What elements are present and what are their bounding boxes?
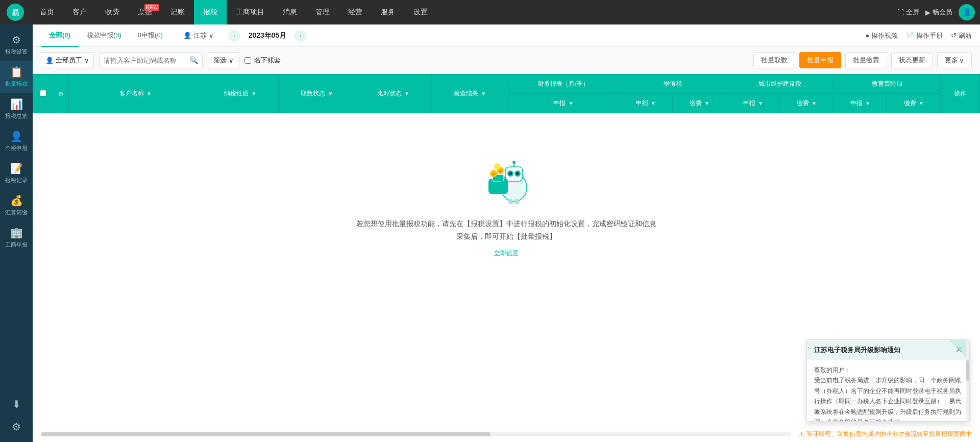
nav-item-11[interactable]: 设置	[404, 0, 437, 24]
nav-item-4[interactable]: 记账	[161, 0, 194, 24]
header-operation: 操作	[941, 75, 980, 113]
staff-selector[interactable]: 👤 全部员工 ∨	[41, 52, 94, 68]
batch-declare-button[interactable]: 批量申报	[799, 52, 841, 68]
empty-message: 若您想使用批量报税功能，请先在【报税设置】中进行报税的初始化设置，完成密码验证和…	[353, 217, 659, 243]
fullscreen-icon: ⛶	[897, 9, 904, 16]
toolbar-right-actions: 批量取数 批量申报 批量缴费 状态更新 更多 ∨	[753, 52, 972, 68]
batch-fetch-button[interactable]: 批量取数	[753, 52, 795, 68]
sidebar-item-2[interactable]: 📊 报税总览	[0, 93, 33, 125]
sidebar-bottom-icon-1[interactable]: ⚙	[10, 415, 23, 438]
refresh-icon: ↺	[951, 32, 957, 39]
scrollbar-thumb	[41, 432, 491, 436]
nav-item-10[interactable]: 服务	[372, 0, 404, 24]
avatar[interactable]: 👤	[959, 4, 975, 20]
bottom-warning: ⚠ 验证账密、采集信息均成功的企业才会流转至批量报税页面中	[799, 430, 972, 438]
sidebar-icon-1: 📋	[10, 66, 23, 78]
sidebar-item-0[interactable]: ⚙ 报税设置	[0, 29, 33, 61]
tax-data-table: ⚙ 客户名称 ▼ 纳税性质 ▼ 取数状态 ▼ 比对状态 ▼	[33, 74, 980, 278]
search-input[interactable]	[104, 57, 189, 64]
tab-all[interactable]: 全部(0)	[41, 24, 79, 47]
sidebar-item-4[interactable]: 📝 报税记录	[0, 157, 33, 189]
sidebar-item-6[interactable]: 🏢 工商年报	[0, 222, 33, 254]
sidebar-label-5: 汇算清缴	[5, 209, 28, 216]
nav-item-1[interactable]: 客户	[63, 0, 96, 24]
header-check-result: 检查结果 ▼	[432, 75, 508, 113]
warning-icon: ⚠	[799, 431, 804, 438]
date-next-button[interactable]: ›	[295, 30, 307, 42]
setup-link[interactable]: 立即设置	[494, 249, 519, 258]
batch-pay-button[interactable]: 批量缴费	[845, 52, 887, 68]
notification-panel: 江苏电子税务局升级影响通知 ✕ 尊敬的用户： 受当前电子税务局进一步升级的影响，…	[806, 339, 970, 422]
sidebar-icon-0: ⚙	[12, 34, 21, 46]
nav-item-6[interactable]: 工商项目	[227, 0, 274, 24]
operation-video-button[interactable]: ● 操作视频	[865, 31, 898, 40]
nav-item-2[interactable]: 收费	[96, 0, 129, 24]
region-selector[interactable]: 👤 江苏 ∨	[179, 31, 218, 40]
top-nav-right: ⛶ 全屏 ▶ 畅会员 👤	[897, 4, 975, 20]
manual-icon: 📄	[906, 32, 914, 39]
nav-item-7[interactable]: 消息	[274, 0, 306, 24]
header-checkbox	[33, 75, 54, 113]
sidebar-icon-4: 📝	[10, 162, 23, 175]
refresh-button[interactable]: ↺ 刷新	[951, 31, 972, 40]
robot-illustration: ¥ ¥	[476, 144, 537, 205]
header-tax-nature: 纳税性质 ▼	[202, 75, 279, 113]
nav-item-3[interactable]: 票据NEW	[129, 0, 161, 24]
search-box: 🔍	[99, 52, 203, 68]
select-all-checkbox[interactable]	[40, 90, 46, 96]
header-city-construction-tax: 城市维护建设税	[726, 75, 834, 94]
membership-button[interactable]: ▶ 畅会员	[925, 8, 952, 17]
svg-text:¥: ¥	[499, 169, 502, 174]
header-edu-pay: 缴费 ▼	[887, 94, 941, 113]
sidebar-icon-6: 🏢	[10, 227, 23, 239]
header-city-pay: 缴费 ▼	[780, 94, 834, 113]
header-compare-status: 比对状态 ▼	[355, 75, 432, 113]
filter-button[interactable]: 筛选 ∨	[208, 52, 239, 68]
sidebar-item-5[interactable]: 💰 汇算清缴	[0, 189, 33, 222]
account-checkbox[interactable]	[244, 57, 251, 64]
header-edu-declare: 申报 ▼	[834, 94, 887, 113]
status-update-button[interactable]: 状态更新	[891, 52, 933, 68]
sidebar-icon-2: 📊	[10, 98, 23, 110]
tab-bar: 全部(0) 税款申报(0) 0申报(0) 👤 江苏 ∨ ‹ 2023年05月 ›…	[33, 24, 980, 47]
tab-bar-actions: ● 操作视频 📄 操作手册 ↺ 刷新	[865, 31, 972, 40]
notification-scrollbar[interactable]	[966, 340, 969, 421]
operation-manual-button[interactable]: 📄 操作手册	[906, 31, 943, 40]
empty-state: ¥ ¥ 若您想使用批量报税功能，请先在【报税设置】中进行报税的初始化设置，完成密…	[33, 113, 980, 278]
header-client-name: 客户名称 ▼	[69, 75, 202, 113]
nav-item-9[interactable]: 经营	[339, 0, 372, 24]
play-icon: ▶	[925, 9, 930, 16]
dropdown-icon: ∨	[84, 57, 89, 64]
header-vat: 增值税	[619, 75, 726, 94]
nav-item-0[interactable]: 首页	[31, 0, 63, 24]
sidebar-item-3[interactable]: 👤 个税申报	[0, 125, 33, 157]
video-icon: ●	[865, 32, 869, 39]
date-prev-button[interactable]: ‹	[228, 30, 240, 42]
search-icon[interactable]: 🔍	[189, 56, 198, 64]
sidebar-item-1[interactable]: 📋 批量报税	[0, 61, 33, 93]
sidebar-label-2: 报税总览	[5, 112, 28, 120]
top-navigation: 易 首页客户收费票据NEW记账报税工商项目消息管理经营服务设置 ⛶ 全屏 ▶ 畅…	[0, 0, 980, 24]
header-settings[interactable]: ⚙	[54, 75, 69, 113]
nav-item-8[interactable]: 管理	[306, 0, 339, 24]
svg-point-6	[509, 172, 512, 175]
header-financial-report: 财务报表（月/季）	[508, 75, 619, 94]
svg-rect-19	[515, 199, 519, 204]
account-checkbox-label[interactable]: 名下账套	[244, 56, 281, 65]
nav-item-5[interactable]: 报税	[194, 0, 227, 24]
tab-tax-declare[interactable]: 税款申报(0)	[79, 24, 130, 47]
horizontal-scrollbar[interactable]	[41, 432, 791, 436]
bottom-bar: ⚠ 验证账密、采集信息均成功的企业才会流转至批量报税页面中	[33, 426, 980, 442]
sidebar-label-3: 个税申报	[5, 144, 28, 152]
region-icon: 👤	[183, 32, 191, 39]
more-button[interactable]: 更多 ∨	[937, 52, 972, 68]
svg-rect-18	[509, 199, 513, 204]
more-chevron-icon: ∨	[959, 57, 964, 64]
sidebar-label-4: 报税记录	[5, 177, 28, 184]
tab-zero-declare[interactable]: 0申报(0)	[130, 24, 171, 47]
header-vat-pay: 缴费 ▼	[673, 94, 726, 113]
fullscreen-button[interactable]: ⛶ 全屏	[897, 8, 919, 17]
sidebar-bottom-icon-0[interactable]: ⬇	[10, 393, 23, 415]
header-fetch-status: 取数状态 ▼	[279, 75, 355, 113]
sidebar: ⚙ 报税设置 📋 批量报税 📊 报税总览 👤 个税申报 📝 报税记录 💰 汇算清…	[0, 24, 33, 442]
